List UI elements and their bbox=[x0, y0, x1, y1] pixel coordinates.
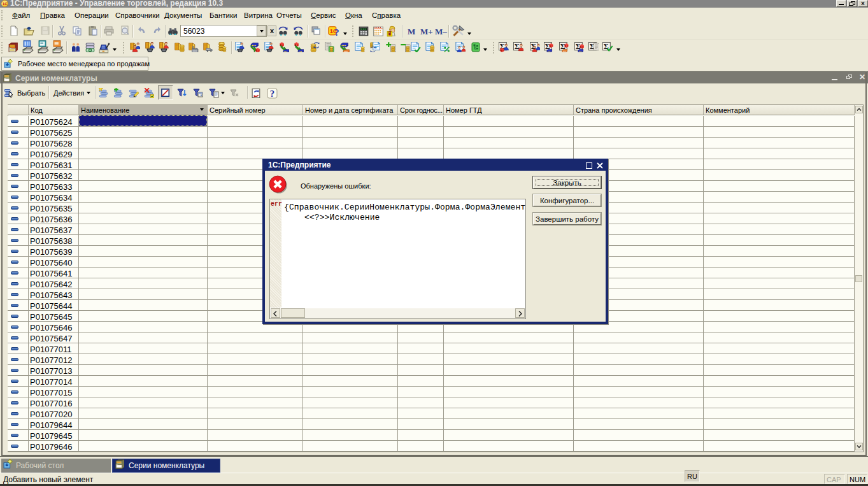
svg-text:1С: 1С bbox=[3, 1, 8, 6]
